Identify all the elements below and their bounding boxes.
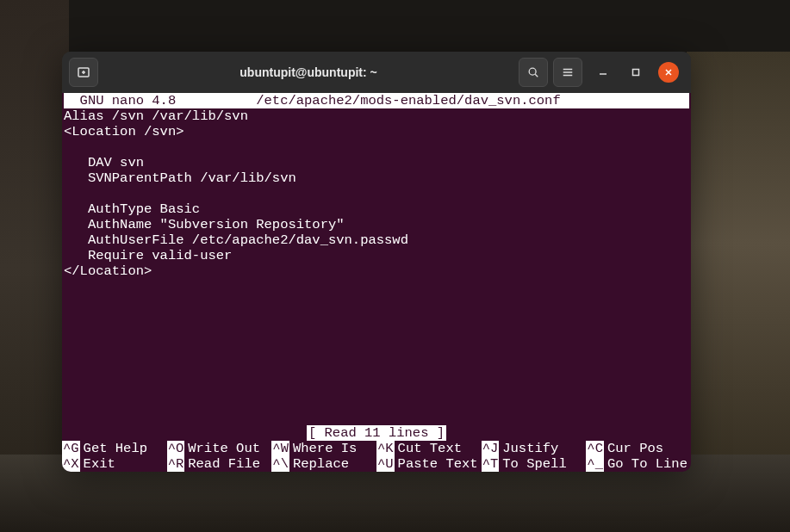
shortcut-key: ^W <box>271 441 289 456</box>
shortcut-label: Paste Text <box>395 456 478 472</box>
nano-shortcuts: ^GGet Help^OWrite Out^WWhere Is^KCut Tex… <box>62 441 691 472</box>
nano-shortcut: ^CCur Pos <box>586 441 691 456</box>
nano-shortcut: ^KCut Text <box>376 441 482 456</box>
titlebar: ubuntupit@ubuntupit: ~ <box>62 52 691 93</box>
nano-status-bar: [ Read 11 lines ] <box>62 425 691 441</box>
shortcut-key: ^X <box>62 456 80 472</box>
minimize-button[interactable] <box>593 62 613 83</box>
shortcut-key: ^O <box>167 441 185 456</box>
nano-editor-content[interactable]: Alias /svn /var/lib/svn <Location /svn> … <box>64 108 689 279</box>
shortcut-key: ^R <box>167 456 185 472</box>
new-tab-button[interactable] <box>69 58 98 87</box>
nano-titlebar: GNU nano 4.8 /etc/apache2/mods-enabled/d… <box>64 93 689 108</box>
shortcut-key: ^K <box>376 441 395 456</box>
nano-shortcut: ^_Go To Line <box>586 456 691 472</box>
shortcut-label: To Spell <box>499 456 566 472</box>
close-button[interactable] <box>658 62 679 83</box>
window-controls <box>588 62 684 83</box>
shortcut-key: ^J <box>482 441 500 456</box>
nano-shortcut: ^\Replace <box>271 456 376 472</box>
shortcut-key: ^C <box>586 441 604 456</box>
shortcut-key: ^G <box>62 441 80 456</box>
svg-point-1 <box>529 68 536 75</box>
shortcut-label: Go To Line <box>604 456 687 472</box>
nano-shortcut: ^UPaste Text <box>376 456 482 472</box>
nano-shortcut: ^TTo Spell <box>482 456 587 472</box>
shortcut-label: Get Help <box>80 441 147 456</box>
nano-shortcut: ^WWhere Is <box>271 441 376 456</box>
shortcut-key: ^T <box>482 456 500 472</box>
terminal-window: ubuntupit@ubuntupit: ~ GNU nano 4 <box>62 52 691 472</box>
nano-shortcut: ^XExit <box>62 456 167 472</box>
shortcut-key: ^\ <box>271 456 289 472</box>
nano-shortcut: ^JJustify <box>482 441 587 456</box>
shortcut-label: Write Out <box>184 441 260 456</box>
shortcut-label: Cut Text <box>395 441 462 456</box>
maximize-button[interactable] <box>625 62 646 83</box>
nano-status-text: [ Read 11 lines ] <box>307 425 446 441</box>
shortcut-label: Cur Pos <box>604 441 663 456</box>
shortcut-key: ^U <box>376 456 395 472</box>
shortcut-label: Where Is <box>289 441 357 456</box>
shortcut-label: Replace <box>289 456 349 472</box>
nano-shortcut: ^RRead File <box>167 456 272 472</box>
nano-shortcut: ^OWrite Out <box>167 441 272 456</box>
shortcut-label: Justify <box>499 441 558 456</box>
shortcut-label: Read File <box>184 456 260 472</box>
desktop-background-left <box>0 0 69 532</box>
menu-button[interactable] <box>553 58 582 87</box>
shortcut-key: ^_ <box>586 456 604 472</box>
nano-shortcut: ^GGet Help <box>62 441 167 456</box>
svg-rect-2 <box>633 70 639 76</box>
shortcut-label: Exit <box>80 456 115 472</box>
scrollbar-thumb[interactable] <box>684 93 689 108</box>
terminal-body[interactable]: GNU nano 4.8 /etc/apache2/mods-enabled/d… <box>62 93 691 472</box>
search-button[interactable] <box>519 58 548 87</box>
window-title: ubuntupit@ubuntupit: ~ <box>103 65 513 79</box>
